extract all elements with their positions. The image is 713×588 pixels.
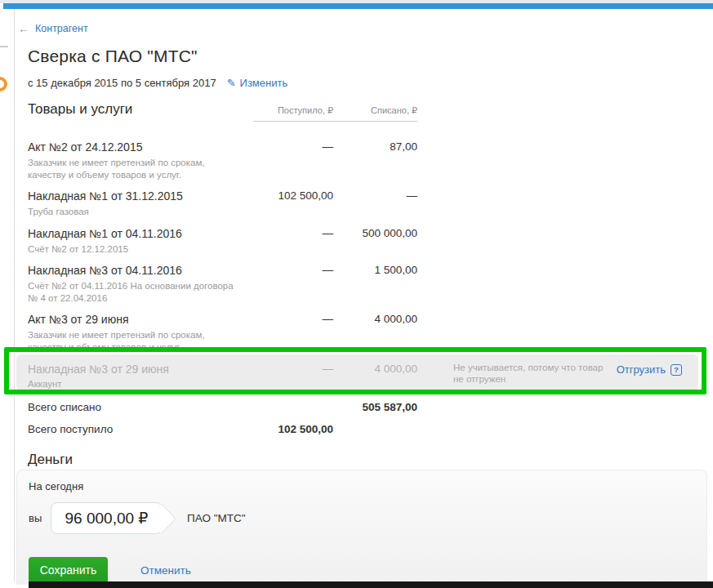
totals: Всего списано 505 587,00 Всего поступило… [28, 400, 417, 437]
row-title: Накладная №1 от 31.12.2015 [28, 189, 247, 203]
bottom-bar [29, 581, 713, 588]
excluded-row: Накладная №3 от 29 июня Аккаунт — 4 000,… [16, 354, 698, 391]
period-text: с 15 декабря 2015 по 5 сентября 2017 [28, 77, 216, 89]
sidebar-remnant-orange-icon [0, 77, 7, 91]
back-arrow-icon: ← [18, 22, 29, 35]
goods-rows: Акт №2 от 24.12.2015 Заказчик не имеет п… [28, 122, 417, 353]
row-received: — [256, 140, 333, 180]
excluded-reason: Не учитывается, потому что товар не отгр… [453, 362, 610, 385]
row-received: — [256, 362, 333, 376]
period-row: с 15 декабря 2015 по 5 сентября 2017 ✎ И… [28, 77, 707, 89]
money-heading: Деньги [28, 452, 707, 468]
table-row: Акт №3 от 29 июня Заказчик не имеет прет… [28, 312, 417, 353]
payer-label: вы [29, 512, 45, 524]
total-label: Всего поступило [28, 422, 256, 437]
table-row: Накладная №1 от 04.11.2016 Счёт №2 от 12… [28, 226, 417, 256]
amount-arrow-tip [147, 504, 177, 534]
amount-input[interactable]: 96 000,00 ₽ [51, 502, 163, 534]
table-row: Акт №2 от 24.12.2015 Заказчик не имеет п… [28, 140, 417, 180]
row-written-off: 4 000,00 [333, 312, 417, 353]
amount-value: 96 000,00 ₽ [65, 509, 149, 528]
row-title: Накладная №3 от 29 июня [28, 362, 256, 376]
row-subtitle: Счёт №2 от 12.12.2015 [28, 243, 234, 256]
total-written-off-value: 505 587,00 [333, 400, 417, 415]
ship-label: Отгрузить [617, 363, 666, 376]
row-received: — [256, 312, 333, 353]
sidebar-separator [14, 9, 15, 581]
help-icon[interactable]: ? [671, 364, 682, 376]
money-card: На сегодня вы 96 000,00 ₽ ПАО "МТС" Сохр… [16, 470, 707, 585]
total-label: Всего списано [28, 400, 256, 415]
row-written-off: 4 000,00 [333, 362, 417, 376]
row-title: Накладная №1 от 04.11.2016 [28, 226, 247, 241]
goods-heading: Товары и услуги [28, 101, 256, 118]
table-row: Накладная №1 от 31.12.2015 Труба газовая… [28, 189, 417, 218]
pencil-icon: ✎ [227, 77, 236, 89]
edit-period-link[interactable]: ✎ Изменить [227, 77, 288, 89]
row-title: Акт №3 от 29 июня [28, 312, 247, 327]
goods-table: Товары и услуги Поступило, ₽ Списано, ₽ … [28, 101, 417, 353]
top-accent-bar [3, 3, 713, 9]
card-label: На сегодня [29, 480, 695, 492]
row-subtitle: Аккаунт [28, 378, 234, 390]
money-row: вы 96 000,00 ₽ ПАО "МТС" [29, 502, 695, 534]
back-link-label: Контрагент [35, 23, 88, 34]
content: ← Контрагент Сверка с ПАО "МТС" с 15 дек… [16, 9, 707, 585]
table-row: Накладная №3 от 04.11.2016 Счёт №2 от 04… [28, 263, 417, 304]
row-title: Накладная №3 от 04.11.2016 [28, 263, 247, 278]
back-link[interactable]: ← Контрагент [18, 22, 88, 35]
row-received: 102 500,00 [256, 189, 333, 218]
row-subtitle: Заказчик не имеет претензий по срокам, к… [28, 329, 234, 353]
ship-link[interactable]: Отгрузить ? [617, 363, 682, 376]
page-title: Сверка с ПАО "МТС" [28, 47, 707, 66]
total-received-value: 102 500,00 [256, 422, 333, 437]
sidebar-remnant-tick [0, 46, 8, 47]
row-subtitle: Труба газовая [28, 206, 234, 218]
column-header-received: Поступило, ₽ [256, 105, 333, 116]
actions: Сохранить Отменить [29, 557, 695, 583]
row-written-off: 87,00 [333, 140, 417, 180]
payee-label: ПАО "МТС" [187, 512, 246, 524]
total-written-off-row: Всего списано 505 587,00 [28, 400, 417, 415]
total-received-row: Всего поступило 102 500,00 [28, 422, 417, 437]
row-written-off: — [333, 189, 417, 218]
row-subtitle: Счёт №2 от 04.11.2016 На основании догов… [28, 280, 234, 304]
cancel-button[interactable]: Отменить [140, 564, 191, 577]
row-title: Акт №2 от 24.12.2015 [28, 140, 247, 154]
edit-label: Изменить [240, 77, 288, 89]
row-written-off: 1 500,00 [333, 263, 417, 304]
row-received: — [256, 263, 333, 304]
row-received: — [256, 226, 333, 256]
save-button[interactable]: Сохранить [29, 557, 108, 583]
row-written-off: 500 000,00 [333, 226, 417, 256]
goods-header: Товары и услуги Поступило, ₽ Списано, ₽ [28, 101, 417, 118]
row-subtitle: Заказчик не имеет претензий по срокам, к… [28, 157, 234, 180]
column-header-written-off: Списано, ₽ [333, 105, 417, 116]
